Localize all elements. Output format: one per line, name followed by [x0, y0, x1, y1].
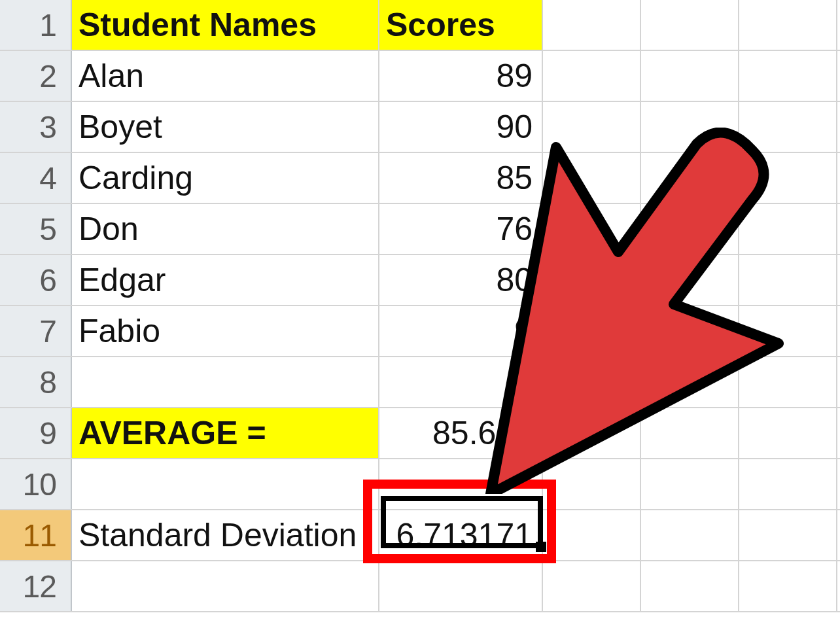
row-3[interactable]: 3 Boyet 90	[0, 102, 840, 153]
row-header-7[interactable]: 7	[0, 306, 72, 356]
cells-rest-5[interactable]	[543, 204, 840, 254]
spreadsheet-grid[interactable]: 1 Student Names Scores 2 Alan 89 3 Boyet…	[0, 0, 840, 612]
cell-a10[interactable]	[72, 459, 379, 509]
cell-b9[interactable]: 85.666	[379, 408, 543, 458]
row-11[interactable]: 11 Standard Deviation 6.713171	[0, 510, 840, 561]
row-12[interactable]: 12	[0, 561, 840, 612]
cell-a4[interactable]: Carding	[72, 153, 379, 203]
fill-handle[interactable]	[536, 542, 546, 552]
cell-a3[interactable]: Boyet	[72, 102, 379, 152]
cell-b10[interactable]	[379, 459, 543, 509]
cell-a5[interactable]: Don	[72, 204, 379, 254]
row-header-1[interactable]: 1	[0, 0, 72, 50]
row-header-4[interactable]: 4	[0, 153, 72, 203]
row-1[interactable]: 1 Student Names Scores	[0, 0, 840, 51]
row-header-5[interactable]: 5	[0, 204, 72, 254]
cells-rest-12[interactable]	[543, 561, 840, 611]
row-header-9[interactable]: 9	[0, 408, 72, 458]
cells-rest-6[interactable]	[543, 255, 840, 305]
cell-a8[interactable]	[72, 357, 379, 407]
row-header-6[interactable]: 6	[0, 255, 72, 305]
row-header-10[interactable]: 10	[0, 459, 72, 509]
cell-b11-selected[interactable]: 6.713171	[379, 510, 543, 560]
row-7[interactable]: 7 Fabio 9	[0, 306, 840, 357]
cells-rest-10[interactable]	[543, 459, 840, 509]
cell-b6[interactable]: 80	[379, 255, 543, 305]
cells-rest-4[interactable]	[543, 153, 840, 203]
cell-b12[interactable]	[379, 561, 543, 611]
cells-rest-9[interactable]	[543, 408, 840, 458]
cell-a6[interactable]: Edgar	[72, 255, 379, 305]
row-10[interactable]: 10	[0, 459, 840, 510]
cell-b1[interactable]: Scores	[379, 0, 543, 50]
cell-a1[interactable]: Student Names	[72, 0, 379, 50]
row-4[interactable]: 4 Carding 85	[0, 153, 840, 204]
cell-a9[interactable]: AVERAGE =	[72, 408, 379, 458]
cell-b3[interactable]: 90	[379, 102, 543, 152]
cells-rest-1[interactable]	[543, 0, 840, 50]
row-header-12[interactable]: 12	[0, 561, 72, 611]
cell-b7[interactable]: 9	[379, 306, 543, 356]
row-header-11[interactable]: 11	[0, 510, 72, 560]
cells-rest-3[interactable]	[543, 102, 840, 152]
row-2[interactable]: 2 Alan 89	[0, 51, 840, 102]
row-header-8[interactable]: 8	[0, 357, 72, 407]
cells-rest-2[interactable]	[543, 51, 840, 101]
cell-a11[interactable]: Standard Deviation	[72, 510, 379, 560]
row-5[interactable]: 5 Don 76	[0, 204, 840, 255]
cell-b4[interactable]: 85	[379, 153, 543, 203]
row-6[interactable]: 6 Edgar 80	[0, 255, 840, 306]
cells-rest-8[interactable]	[543, 357, 840, 407]
cell-b2[interactable]: 89	[379, 51, 543, 101]
cells-rest-7[interactable]	[543, 306, 840, 356]
cells-rest-11[interactable]	[543, 510, 840, 560]
row-8[interactable]: 8	[0, 357, 840, 408]
row-header-3[interactable]: 3	[0, 102, 72, 152]
row-header-2[interactable]: 2	[0, 51, 72, 101]
row-9[interactable]: 9 AVERAGE = 85.666	[0, 408, 840, 459]
cell-a7[interactable]: Fabio	[72, 306, 379, 356]
cell-b5[interactable]: 76	[379, 204, 543, 254]
cell-a12[interactable]	[72, 561, 379, 611]
cell-b8[interactable]	[379, 357, 543, 407]
cell-a2[interactable]: Alan	[72, 51, 379, 101]
